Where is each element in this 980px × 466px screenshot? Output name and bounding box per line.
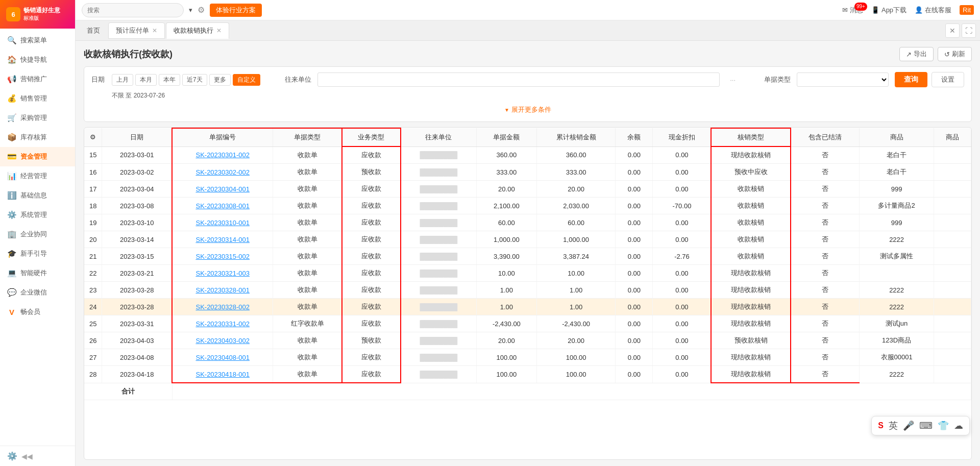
ime-keyboard-icon[interactable]: ⌨: [919, 420, 933, 431]
solution-btn[interactable]: 体验行业方案: [210, 4, 262, 17]
row-no: 15: [84, 146, 102, 164]
date-btn-7days[interactable]: 近7天: [182, 74, 207, 86]
col-included: 包含已结清: [791, 128, 860, 146]
row-balance: 0.00: [616, 315, 653, 332]
row-biz-type: 应收款: [342, 366, 401, 383]
refresh-btn[interactable]: ↺ 刷新: [938, 47, 972, 61]
row-doc-no: SK-20230408-001: [172, 349, 273, 366]
doc-no-link[interactable]: SK-20230302-002: [195, 168, 250, 176]
row-verify-type: 现结收款核销: [711, 299, 791, 315]
doc-no-link[interactable]: SK-20230321-003: [195, 269, 250, 277]
filter-settings-btn[interactable]: 设置: [932, 72, 964, 87]
messages-btn[interactable]: ✉ 消息 99+: [842, 6, 863, 15]
row-doc-type: 收款单: [273, 248, 342, 265]
ime-mic-icon[interactable]: 🎤: [903, 420, 914, 431]
sidebar-item-guide[interactable]: 🏠 快捷导航: [0, 50, 75, 69]
doc-no-link[interactable]: SK-20230301-002: [195, 151, 250, 159]
query-btn[interactable]: 查询: [895, 72, 927, 87]
maximize-btn[interactable]: ⛶: [962, 23, 976, 38]
row-balance: 0.00: [616, 332, 653, 349]
sidebar-item-search[interactable]: 🔍 搜索菜单: [0, 31, 75, 50]
row-verified: -2,430.00: [537, 315, 616, 332]
row-balance: 0.00: [616, 181, 653, 198]
inventory-icon: 📦: [7, 133, 16, 142]
sidebar-item-newbie[interactable]: 🎓 新手引导: [0, 244, 75, 263]
date-btn-last-month[interactable]: 上月: [112, 74, 133, 86]
logo-icon: 6: [6, 7, 20, 21]
export-btn[interactable]: ↗ 导出: [899, 47, 934, 61]
sidebar-item-inventory[interactable]: 📦 库存核算: [0, 128, 75, 147]
row-goods: 测试多属性: [860, 248, 934, 265]
finance-icon: 💳: [7, 152, 16, 161]
doc-no-link[interactable]: SK-20230310-001: [195, 219, 250, 227]
doc-no-link[interactable]: SK-20230408-001: [195, 354, 250, 361]
sidebar-item-system[interactable]: ⚙️ 系统管理: [0, 205, 75, 225]
tab-home[interactable]: 首页: [80, 22, 107, 39]
app-download-btn[interactable]: 📱 App下载: [871, 6, 906, 15]
doc-no-link[interactable]: SK-20230308-001: [195, 202, 250, 210]
table-row: 17 2023-03-04 SK-20230304-001 收款单 应收款 ██…: [84, 181, 971, 198]
doc-no-link[interactable]: SK-20230315-002: [195, 253, 250, 260]
user-profile[interactable]: Rit: [960, 5, 974, 15]
date-btn-this-month[interactable]: 本月: [135, 74, 157, 86]
sidebar-item-sales[interactable]: 💰 销售管理: [0, 89, 75, 108]
ime-cloud-icon[interactable]: ☁: [954, 420, 963, 431]
partner-input[interactable]: [317, 72, 720, 87]
col-balance: 余额: [616, 128, 653, 146]
doc-type-select[interactable]: [797, 72, 889, 87]
doc-no-link[interactable]: SK-20230331-002: [195, 320, 250, 328]
expand-conditions-btn[interactable]: ▼ 展开更多条件: [91, 103, 964, 116]
ime-brand[interactable]: 英: [889, 420, 898, 432]
date-btn-more[interactable]: 更多: [209, 74, 231, 86]
doc-no-link[interactable]: SK-20230304-001: [195, 185, 250, 193]
sidebar-item-hardware[interactable]: 💻 智能硬件: [0, 263, 75, 283]
doc-no-link[interactable]: SK-20230314-001: [195, 236, 250, 243]
row-balance: 0.00: [616, 349, 653, 366]
row-goods2: [934, 349, 971, 366]
ime-shirt-icon[interactable]: 👕: [938, 420, 949, 431]
tab-receipt[interactable]: 收款核销执行 ✕: [166, 22, 229, 39]
row-partner: ████████: [401, 248, 476, 265]
row-doc-no: SK-20230403-002: [172, 332, 273, 349]
collapse-icon[interactable]: ◀◀: [21, 452, 33, 460]
sidebar-logo: 6 畅销通好生意 标准版: [0, 0, 75, 29]
doc-no-link[interactable]: SK-20230403-002: [195, 337, 250, 345]
row-verify-type: 收款核销: [711, 181, 791, 198]
search-input[interactable]: [82, 3, 184, 17]
row-doc-no: SK-20230418-001: [172, 366, 273, 383]
gear-icon[interactable]: ⚙: [198, 5, 205, 15]
doc-no-link[interactable]: SK-20230328-001: [195, 286, 250, 294]
table-scroll[interactable]: ⚙ 日期 单据编号 单据类型 业务类型 往来单位 单据金额 累计核销金额 余额 …: [84, 128, 971, 459]
filter-row-date-range: 不限 至 2023-07-26: [91, 90, 964, 100]
sidebar-item-purchase[interactable]: 🛒 采购管理: [0, 108, 75, 128]
online-service-btn[interactable]: 👤 在线客服: [915, 6, 951, 15]
page-actions: ↗ 导出 ↺ 刷新: [899, 47, 972, 61]
row-discount: 0.00: [653, 349, 712, 366]
row-amount: 20.00: [476, 332, 536, 349]
close-window-btn[interactable]: ✕: [945, 23, 960, 38]
sidebar-item-marketing[interactable]: 📢 营销推广: [0, 69, 75, 89]
sidebar-item-corp[interactable]: 🏢 企业协同: [0, 225, 75, 244]
tab-close-receipt[interactable]: ✕: [216, 27, 222, 34]
doc-no-link[interactable]: SK-20230328-002: [195, 303, 250, 311]
row-discount: 0.00: [653, 315, 712, 332]
row-verified: 360.00: [537, 146, 616, 164]
row-amount: 1.00: [476, 282, 536, 299]
col-settings[interactable]: ⚙: [84, 128, 102, 146]
settings-footer-icon[interactable]: ⚙️: [7, 451, 17, 461]
date-btn-this-year[interactable]: 本年: [159, 74, 180, 86]
tab-close-prepay[interactable]: ✕: [152, 27, 157, 34]
sidebar-item-vip[interactable]: V 畅会员: [0, 302, 75, 322]
column-settings-icon[interactable]: ⚙: [90, 133, 96, 141]
row-balance: 0.00: [616, 299, 653, 315]
doc-no-link[interactable]: SK-20230418-001: [195, 371, 250, 378]
tab-prepay[interactable]: 预计应付单 ✕: [108, 22, 165, 39]
sidebar-item-finance[interactable]: 💳 资金管理: [0, 147, 75, 166]
sidebar-item-operation[interactable]: 📊 经营管理: [0, 166, 75, 186]
home-icon: 🏠: [7, 55, 16, 64]
dropdown-btn[interactable]: ▾: [189, 6, 192, 14]
sidebar-item-wechat[interactable]: 💬 企业微信: [0, 283, 75, 302]
row-date: 2023-03-04: [102, 181, 172, 198]
date-btn-custom[interactable]: 自定义: [233, 74, 260, 86]
sidebar-item-base[interactable]: ℹ️ 基础信息: [0, 186, 75, 205]
